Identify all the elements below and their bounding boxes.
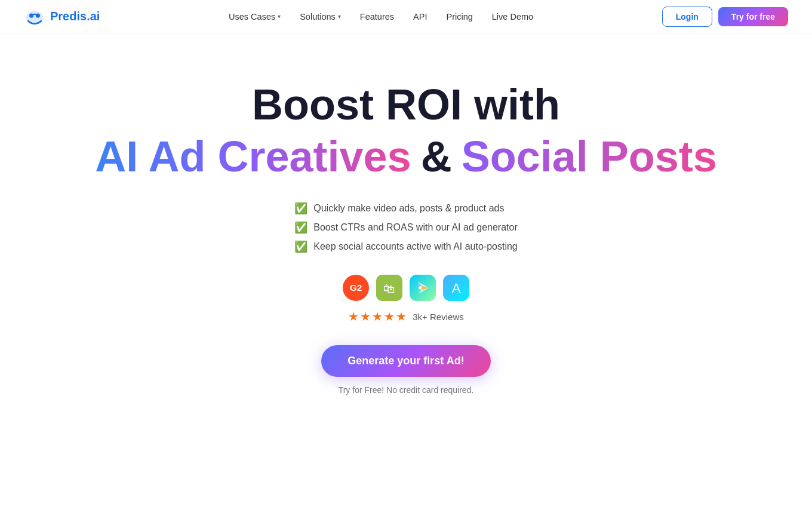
- shopify-badge-icon: 🛍: [376, 275, 402, 301]
- svg-point-0: [26, 11, 44, 24]
- feature-item-1: ✅ Quickly make video ads, posts & produc…: [294, 202, 504, 215]
- hero-title-line1: Boost ROI with: [252, 81, 560, 128]
- nav-item-features[interactable]: Features: [352, 7, 402, 26]
- hero-title-social-posts: Social Posts: [462, 133, 717, 180]
- star-2: ★: [360, 309, 371, 324]
- nav-item-live-demo[interactable]: Live Demo: [484, 7, 542, 26]
- chevron-down-icon: ▾: [338, 13, 341, 20]
- login-button[interactable]: Login: [662, 7, 712, 27]
- hero-title-ai-creatives: AI Ad Creatives: [95, 133, 411, 180]
- generate-ad-button[interactable]: Generate your first Ad!: [321, 345, 490, 377]
- try-for-free-button[interactable]: Try for free: [718, 7, 788, 26]
- hero-title-line2: AI Ad Creatives & Social Posts: [95, 133, 717, 180]
- apple-store-badge-icon: A: [443, 275, 469, 301]
- hero-title-ampersand: &: [421, 133, 452, 180]
- svg-text:A: A: [452, 281, 461, 296]
- svg-text:🛍: 🛍: [383, 282, 395, 295]
- check-icon-1: ✅: [294, 202, 307, 215]
- google-play-badge-icon: [410, 275, 436, 301]
- cta-subtext: Try for Free! No credit card required.: [339, 385, 474, 395]
- logo[interactable]: Predis.ai: [24, 6, 100, 27]
- g2-badge-icon: G2: [343, 275, 369, 301]
- chevron-down-icon: ▾: [278, 13, 281, 20]
- star-1: ★: [348, 309, 359, 324]
- star-3: ★: [372, 309, 383, 324]
- nav-actions: Login Try for free: [662, 7, 788, 27]
- feature-item-2: ✅ Boost CTRs and ROAS with our AI ad gen…: [294, 221, 518, 234]
- star-4: ★: [384, 309, 395, 324]
- rating-count: 3k+ Reviews: [413, 312, 463, 322]
- check-icon-2: ✅: [294, 221, 307, 234]
- hero-section: Boost ROI with AI Ad Creatives & Social …: [0, 33, 812, 419]
- svg-text:G2: G2: [350, 283, 362, 293]
- hero-features-list: ✅ Quickly make video ads, posts & produc…: [294, 202, 518, 253]
- star-5: ★: [396, 309, 407, 324]
- nav-links: Uses Cases ▾ Solutions ▾ Features API Pr…: [220, 7, 542, 26]
- navbar: Predis.ai Uses Cases ▾ Solutions ▾ Featu…: [0, 0, 812, 33]
- logo-text: Predis.ai: [50, 10, 100, 23]
- nav-item-use-cases[interactable]: Uses Cases ▾: [220, 7, 289, 26]
- store-badges: G2 🛍: [343, 275, 469, 301]
- feature-item-3: ✅ Keep social accounts active with AI au…: [294, 240, 518, 253]
- stars: ★ ★ ★ ★ ★: [348, 309, 407, 324]
- nav-item-solutions[interactable]: Solutions ▾: [291, 7, 349, 26]
- logo-icon: [24, 6, 45, 27]
- rating-row: ★ ★ ★ ★ ★ 3k+ Reviews: [348, 309, 463, 324]
- nav-item-pricing[interactable]: Pricing: [438, 7, 481, 26]
- nav-item-api[interactable]: API: [405, 7, 435, 26]
- check-icon-3: ✅: [294, 240, 307, 253]
